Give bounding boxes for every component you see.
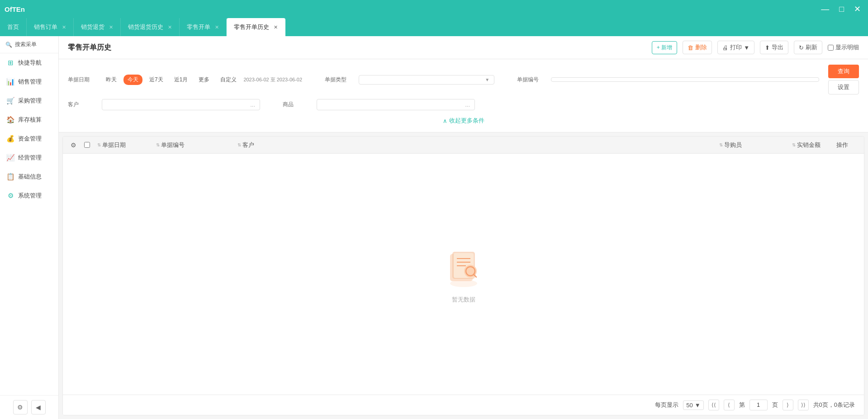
sidebar-search-label: 搜索采单 bbox=[15, 41, 37, 48]
tab-retail-history[interactable]: 零售开单历史✕ bbox=[227, 18, 285, 36]
sort-icon: ⇅ bbox=[719, 142, 723, 147]
order-type-select[interactable]: ▼ bbox=[359, 75, 494, 85]
tab-retail-open[interactable]: 零售开单✕ bbox=[180, 18, 227, 36]
col-header-date[interactable]: ⇅ 单据日期 bbox=[94, 141, 152, 149]
print-icon: 🖨 bbox=[722, 44, 728, 51]
filter-row-1: 单据日期 昨天 今天 近7天 近1月 更多 自定义 2023-06-02 至 2… bbox=[68, 65, 859, 94]
tab-close-icon[interactable]: ✕ bbox=[274, 24, 278, 30]
col-header-guide[interactable]: ⇅ 导购员 bbox=[716, 141, 770, 149]
sort-icon: ⇅ bbox=[792, 142, 796, 147]
sidebar-item-icon: ⚙ bbox=[6, 192, 14, 200]
table-area: ⚙ ⇅ 单据日期 ⇅ 单据编号 ⇅ 客户 ⇅ 导购员 bbox=[62, 136, 864, 415]
tab-label: 零售开单历史 bbox=[234, 23, 269, 31]
sidebar-item-purchase-mgmt[interactable]: 🛒 采购管理 bbox=[0, 91, 58, 110]
refresh-button[interactable]: ↻ 刷新 bbox=[794, 41, 822, 54]
last7-btn[interactable]: 近7天 bbox=[145, 75, 167, 85]
today-btn[interactable]: 今天 bbox=[123, 75, 142, 85]
sidebar-item-label: 库存核算 bbox=[18, 116, 42, 124]
sidebar-item-sales-mgmt[interactable]: 📊 销售管理 bbox=[0, 72, 58, 91]
display-detail-label: 显示明细 bbox=[835, 43, 859, 52]
order-num-input[interactable] bbox=[551, 77, 819, 82]
sidebar-item-operations[interactable]: 📈 经营管理 bbox=[0, 148, 58, 167]
sidebar-item-label: 销售管理 bbox=[18, 78, 42, 86]
sidebar-collapse-btn[interactable]: ◀ bbox=[31, 400, 46, 414]
col-guide-label: 导购员 bbox=[724, 141, 742, 149]
tab-close-icon[interactable]: ✕ bbox=[215, 24, 219, 30]
display-detail-checkbox[interactable]: 显示明细 bbox=[828, 43, 859, 52]
print-button[interactable]: 🖨 打印 ▼ bbox=[717, 41, 754, 54]
custom-btn[interactable]: 自定义 bbox=[216, 75, 241, 85]
per-page-label: 每页显示 bbox=[655, 401, 678, 409]
goods-dots: ... bbox=[465, 101, 470, 108]
prev-page-btn[interactable]: ⟨ bbox=[724, 400, 735, 410]
sidebar-item-label: 经营管理 bbox=[18, 154, 42, 162]
empty-text: 暂无数据 bbox=[452, 296, 475, 304]
collapse-filter-btn[interactable]: ∧ 收起更多条件 bbox=[68, 115, 859, 127]
first-page-btn[interactable]: ⟨⟨ bbox=[708, 400, 719, 410]
per-page-arrow-icon: ▼ bbox=[695, 402, 701, 409]
col-header-client[interactable]: ⇅ 客户 bbox=[234, 141, 716, 149]
order-num-label: 单据编号 bbox=[517, 76, 542, 84]
tab-label: 首页 bbox=[7, 23, 19, 31]
yesterday-btn[interactable]: 昨天 bbox=[102, 75, 121, 85]
goods-filter-label: 商品 bbox=[283, 101, 308, 108]
query-button[interactable]: 查询 bbox=[828, 65, 859, 78]
client-input[interactable]: ... bbox=[102, 99, 260, 110]
total-label: 共0页，0条记录 bbox=[813, 401, 855, 409]
select-all-checkbox[interactable] bbox=[84, 142, 90, 148]
sidebar-item-icon: 📋 bbox=[6, 173, 14, 181]
sidebar-item-label: 快捷导航 bbox=[18, 59, 42, 67]
sidebar-item-system[interactable]: ⚙ 系统管理 bbox=[0, 186, 58, 205]
print-arrow-icon: ▼ bbox=[744, 44, 749, 51]
sidebar-item-icon: 📊 bbox=[6, 78, 14, 86]
settings-button[interactable]: 设置 bbox=[828, 80, 859, 94]
table-settings-icon[interactable]: ⚙ bbox=[66, 138, 80, 152]
order-type-arrow-icon: ▼ bbox=[485, 77, 489, 82]
tab-close-icon[interactable]: ✕ bbox=[109, 24, 113, 30]
pagination-bar: 每页显示 50 ▼ ⟨⟨ ⟨ 第 页 ⟩ ⟩⟩ 共0页，0条记录 bbox=[63, 395, 864, 415]
delete-button[interactable]: 🗑 删除 bbox=[683, 41, 712, 54]
page-title: 零售开单历史 bbox=[68, 43, 111, 52]
tab-label: 零售开单 bbox=[187, 23, 210, 31]
table-select-all[interactable] bbox=[80, 142, 94, 148]
sidebar-menu: ⊞ 快捷导航 📊 销售管理 🛒 采购管理 🏠 库存核算 💰 资金管理 📈 经营管… bbox=[0, 53, 58, 395]
more-btn[interactable]: 更多 bbox=[194, 75, 213, 85]
sidebar-item-quick-nav[interactable]: ⊞ 快捷导航 bbox=[0, 53, 58, 72]
sidebar-settings-btn[interactable]: ⚙ bbox=[13, 400, 28, 414]
col-header-number[interactable]: ⇅ 单据编号 bbox=[152, 141, 234, 149]
close-btn[interactable]: ✕ bbox=[851, 4, 863, 14]
sidebar-item-label: 基础信息 bbox=[18, 173, 42, 181]
col-header-action: 操作 bbox=[824, 141, 860, 149]
export-button[interactable]: ⬆ 导出 bbox=[760, 41, 788, 54]
tab-sales-return-history[interactable]: 销货退货历史✕ bbox=[121, 18, 180, 36]
sidebar-search[interactable]: 🔍 搜索采单 bbox=[0, 36, 58, 53]
filter-area: 单据日期 昨天 今天 近7天 近1月 更多 自定义 2023-06-02 至 2… bbox=[59, 59, 868, 132]
next-page-btn[interactable]: ⟩ bbox=[783, 400, 793, 410]
sidebar-item-finance[interactable]: 💰 资金管理 bbox=[0, 129, 58, 148]
minimize-btn[interactable]: — bbox=[818, 5, 832, 14]
sidebar-item-basic-info[interactable]: 📋 基础信息 bbox=[0, 167, 58, 186]
collapse-up-icon: ∧ bbox=[443, 118, 447, 124]
tab-sales-return[interactable]: 销货退货✕ bbox=[74, 18, 121, 36]
col-date-label: 单据日期 bbox=[102, 141, 126, 149]
maximize-btn[interactable]: □ bbox=[836, 5, 847, 14]
tab-close-icon[interactable]: ✕ bbox=[168, 24, 172, 30]
last-page-btn[interactable]: ⟩⟩ bbox=[798, 400, 809, 410]
tab-label: 销货退货历史 bbox=[128, 23, 163, 31]
col-client-label: 客户 bbox=[242, 141, 254, 149]
display-detail-input[interactable] bbox=[828, 45, 834, 51]
page-input[interactable] bbox=[749, 400, 768, 410]
tab-sales-order[interactable]: 销售订单✕ bbox=[27, 18, 74, 36]
tab-close-icon[interactable]: ✕ bbox=[62, 24, 66, 30]
tab-home[interactable]: 首页 bbox=[0, 18, 27, 36]
per-page-select[interactable]: 50 ▼ bbox=[683, 400, 703, 410]
goods-input[interactable]: ... bbox=[317, 99, 475, 110]
last-month-btn[interactable]: 近1月 bbox=[170, 75, 192, 85]
add-button[interactable]: + 新增 bbox=[652, 41, 677, 54]
sidebar-item-inventory[interactable]: 🏠 库存核算 bbox=[0, 110, 58, 129]
col-header-amount[interactable]: ⇅ 实销金额 bbox=[770, 141, 824, 149]
content-area: 零售开单历史 + 新增 🗑 删除 🖨 打印 ▼ ⬆ 导出 ↻ bbox=[59, 36, 868, 419]
window-controls: — □ ✕ bbox=[818, 4, 863, 14]
sidebar: 🔍 搜索采单 ⊞ 快捷导航 📊 销售管理 🛒 采购管理 🏠 库存核算 💰 资金管… bbox=[0, 36, 59, 419]
sidebar-item-icon: 💰 bbox=[6, 135, 14, 143]
